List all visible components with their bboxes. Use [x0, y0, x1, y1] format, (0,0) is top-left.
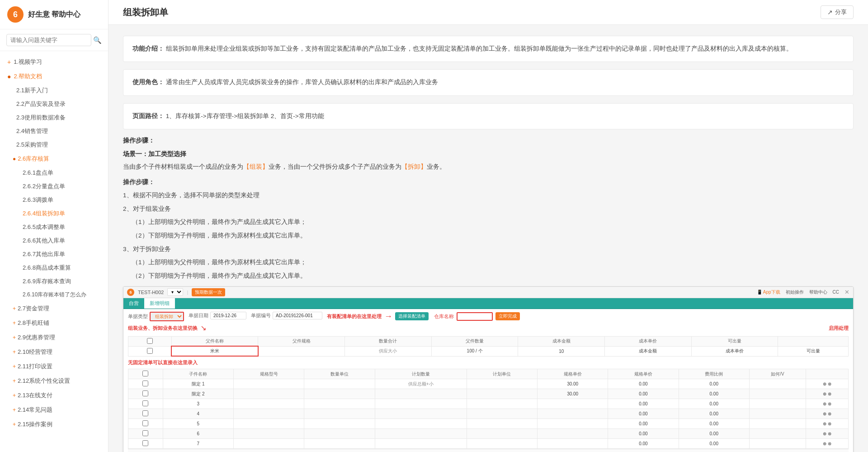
- plus-icon-2-15: +: [13, 421, 16, 428]
- scr-btn-refresh[interactable]: 预期数据一次: [192, 288, 225, 296]
- scr-tab-new[interactable]: 新增明细: [144, 298, 175, 309]
- scr-detail-check-all[interactable]: [142, 371, 148, 376]
- plus-icon-2-12: +: [13, 378, 16, 384]
- scr-row-2: 组装业务、拆卸业务在这里切换 ↙ 启用处理: [128, 324, 849, 333]
- steps-title: 操作步骤：: [123, 137, 854, 145]
- scr-date-input[interactable]: [210, 312, 246, 319]
- sidebar-item-docs-2-8[interactable]: + 2.8手机旺铺: [0, 316, 108, 330]
- scr-titlebar-left: 6 TEST-H002 ▾ | 预期数据一次: [127, 288, 225, 296]
- table-row: 6 0.000.00 ⊕ ⊗: [128, 429, 849, 439]
- scr-link-app[interactable]: 📱 App下载: [757, 289, 780, 295]
- app-name: 好生意 帮助中心: [28, 10, 80, 19]
- sidebar-item-docs-2-6-7[interactable]: 2.6.7其他出库单: [0, 247, 108, 261]
- sidebar-item-docs-2-6-9[interactable]: 2.6.9库存账本查询: [0, 275, 108, 288]
- scr-select-store[interactable]: ▾: [167, 288, 183, 296]
- role-label: 使用角色：: [132, 79, 164, 86]
- scr-dth-plan-qty: 计划数量: [375, 369, 467, 379]
- sidebar-item-docs-2-6-6[interactable]: 2.6.6其他入库单: [0, 234, 108, 247]
- table-row: 7 0.000.00 ⊕ ⊗: [128, 439, 849, 449]
- scr-dth-unit: 数量单位: [304, 369, 375, 379]
- scr-link-init[interactable]: 初始操作: [786, 289, 804, 295]
- search-input[interactable]: [6, 34, 91, 46]
- plus-icon-2-11: +: [13, 363, 16, 370]
- scr-detail-table: 子件名称 规格型号 数量单位 计划数量 计划单位 规格单价 规格单价 费用比例 …: [128, 369, 849, 449]
- sidebar-item-docs-2-14[interactable]: + 2.14常见问题: [0, 403, 108, 417]
- sidebar-label-docs-2-6: 2.6库存核算: [18, 155, 49, 163]
- scr-btn-confirm[interactable]: 立即完成: [495, 312, 520, 320]
- sidebar-item-docs-2-13[interactable]: + 2.13在线支付: [0, 388, 108, 403]
- sidebar-item-docs-2-7[interactable]: + 2.7资金管理: [0, 301, 108, 316]
- sidebar-item-docs-2-3[interactable]: 2.3使用前数据准备: [0, 111, 108, 124]
- scr-detail-row-check-5[interactable]: [142, 420, 148, 426]
- sidebar-item-docs-2-11[interactable]: + 2.11打印设置: [0, 359, 108, 374]
- scr-dth-ratio: 费用比例: [679, 369, 749, 379]
- scr-row-check[interactable]: [147, 348, 153, 354]
- scr-th-cost-price: 成本单价: [605, 336, 692, 346]
- scr-check-all[interactable]: [147, 338, 153, 344]
- scr-detail-row-check-1[interactable]: [142, 381, 148, 386]
- sidebar-item-docs-2-6-4[interactable]: 2.6.4组装拆卸单: [0, 207, 108, 220]
- path-label: 页面路径：: [132, 113, 164, 119]
- sidebar-item-docs-2-6[interactable]: ● 2.6库存核算: [0, 152, 108, 166]
- search-button[interactable]: 🔍: [93, 36, 102, 44]
- scr-type-select[interactable]: 组装拆卸: [150, 312, 184, 321]
- scr-dth-price1: 规格单价: [537, 369, 608, 379]
- scr-th-parent-qty: 父件数量: [431, 336, 518, 346]
- scr-tab-self[interactable]: 自营: [123, 298, 144, 309]
- sidebar-item-docs-2-1[interactable]: 2.1新手入门: [0, 84, 108, 97]
- scr-btn-assembly-list[interactable]: 选择装配清单: [395, 312, 429, 320]
- scr-th-check: [128, 336, 172, 346]
- table-row: 限定 1 供应总额+小 30.00 0.00 0.00 ⊕ ⊗: [128, 379, 849, 389]
- scr-link-help[interactable]: 帮助中心: [809, 289, 827, 295]
- minus-icon-2-6: ●: [13, 156, 16, 162]
- sidebar-item-docs-2-6-8[interactable]: 2.6.8商品成本重算: [0, 261, 108, 275]
- scr-footer: 合计 99.00 0.00 0.00 0.00 On: [128, 449, 849, 452]
- scr-app-id: TEST-H002: [138, 290, 164, 295]
- sidebar-item-docs-2-4[interactable]: 2.4销售管理: [0, 124, 108, 138]
- step-3-2: （2）下部明细为子件明细，最终作为产成品生成其它入库单。: [123, 270, 854, 282]
- scr-warehouse-input[interactable]: [457, 312, 493, 321]
- top-bar: 组装拆卸单 ↗ 分享: [108, 0, 868, 25]
- scr-arrow-down-1: ↙: [199, 325, 208, 331]
- search-bar: 🔍: [0, 29, 108, 51]
- step-ops-title: 操作步骤：: [123, 176, 854, 188]
- sidebar-item-docs-2-2[interactable]: 2.2产品安装及登录: [0, 97, 108, 111]
- sidebar-item-docs-2-15[interactable]: + 2.15操作案例: [0, 417, 108, 432]
- sidebar-item-docs-2-9[interactable]: + 2.9优惠券管理: [0, 330, 108, 345]
- screenshot-box: 6 TEST-H002 ▾ | 预期数据一次 📱 App下载 初始操作 帮助中心…: [123, 286, 854, 452]
- intro-block: 功能介绍： 组装拆卸单用来处理企业组装或拆卸等加工业务，支持有固定装配清单的产品…: [123, 36, 854, 62]
- plus-icon-2-10: +: [13, 349, 16, 355]
- share-button[interactable]: ↗ 分享: [821, 5, 854, 19]
- scr-close-icon[interactable]: ✕: [844, 289, 849, 295]
- scene1-desc: 当由多个子件材料组装成一个成品的业务为【组装】业务，当由一个父件拆分成多个子产品…: [123, 161, 854, 173]
- sidebar-item-docs[interactable]: ● 2.帮助文档: [0, 69, 108, 84]
- scr-date-label: 单据日期: [189, 312, 208, 319]
- scr-detail-row-check-3[interactable]: [142, 400, 148, 406]
- scr-divider1: |: [187, 290, 188, 295]
- sidebar-item-video[interactable]: + 1.视频学习: [0, 55, 108, 69]
- table-row: 4 0.000.00 ⊕ ⊗: [128, 409, 849, 419]
- sidebar-label-docs-2-11: 2.11打印设置: [18, 362, 52, 371]
- sidebar-label-docs-2-13: 2.13在线支付: [18, 391, 52, 400]
- scr-bill-input[interactable]: [273, 312, 322, 319]
- sidebar-item-docs-2-6-10[interactable]: 2.6.10库存账本错了怎么办: [0, 288, 108, 301]
- sidebar-item-docs-2-10[interactable]: + 2.10经营管理: [0, 345, 108, 359]
- scr-detail-row-check-6[interactable]: [142, 430, 148, 436]
- sidebar-label-docs-2-12: 2.12系统个性化设置: [18, 377, 70, 385]
- sidebar-item-docs-2-6-3[interactable]: 2.6.3调拨单: [0, 193, 108, 207]
- scr-bill-label: 单据编号: [251, 312, 271, 319]
- scr-th-action: [778, 336, 849, 346]
- scr-titlebar: 6 TEST-H002 ▾ | 预期数据一次 📱 App下载 初始操作 帮助中心…: [123, 287, 853, 298]
- scr-detail-row-check-2[interactable]: [142, 390, 148, 396]
- sidebar-item-docs-2-6-1[interactable]: 2.6.1盘点单: [0, 166, 108, 180]
- scr-detail-row-check-7[interactable]: [142, 440, 148, 446]
- sidebar-item-docs-2-5[interactable]: 2.5采购管理: [0, 138, 108, 152]
- sidebar-item-docs-2-6-5[interactable]: 2.6.5成本调整单: [0, 220, 108, 234]
- scr-dth-ops: [806, 369, 849, 379]
- scr-detail-row-check-4[interactable]: [142, 410, 148, 416]
- scr-form-row-1: 单据类型 组装拆卸 单据日期 单据编号 有: [128, 312, 849, 321]
- plus-icon-2-9: +: [13, 334, 16, 341]
- sidebar-item-docs-2-6-2[interactable]: 2.6.2分量盘点单: [0, 180, 108, 193]
- minus-icon: ●: [7, 73, 11, 80]
- sidebar-item-docs-2-12[interactable]: + 2.12系统个性化设置: [0, 374, 108, 388]
